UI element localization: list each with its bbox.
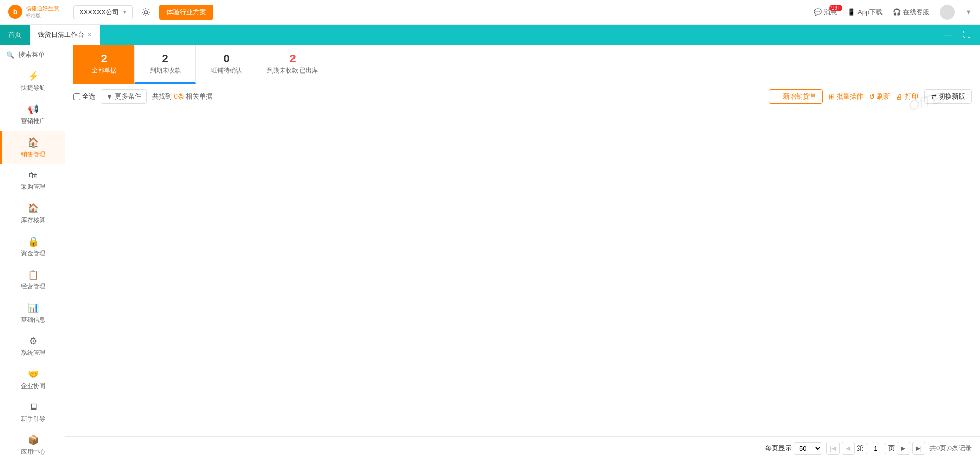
- select-all-checkbox[interactable]: 全选: [74, 92, 95, 101]
- logo-icon: b: [8, 5, 22, 19]
- sidebar-item-label: 经营管理: [21, 282, 45, 291]
- page-label: 第: [857, 444, 864, 453]
- message-badge: 99+: [829, 5, 842, 11]
- sales-icon: 🏠: [28, 137, 39, 148]
- nav-actions-right: — ⛶: [941, 28, 980, 42]
- sidebar-item-guide[interactable]: 🖥 新手引导: [0, 396, 65, 428]
- status-card-all[interactable]: 2 全部单据: [74, 45, 135, 84]
- purchase-icon: 🛍: [29, 170, 38, 181]
- switch-version-btn[interactable]: ⇄ 切换新版: [924, 89, 972, 104]
- status-card-overdue[interactable]: 2 到期未收款: [135, 45, 196, 84]
- status-count-overdue: 2: [145, 52, 185, 65]
- svg-point-0: [144, 11, 148, 14]
- next-page-btn[interactable]: ▶: [897, 442, 910, 455]
- sidebar-item-capital[interactable]: 🔒 资金管理: [0, 230, 65, 263]
- sidebar-item-label: 快捷导航: [21, 84, 45, 92]
- top-header: b 畅捷通好生意 标准版 XXXXXX公司 ▼ 体验行业方案 💬 消息 99+ …: [0, 0, 980, 25]
- status-label-overdue-out: 到期未收款 已出库: [267, 66, 318, 75]
- sidebar-item-purchase[interactable]: 🛍 采购管理: [0, 164, 65, 197]
- message-btn[interactable]: 💬 消息 99+: [814, 8, 837, 17]
- sidebar: 🔍 搜索菜单 ⚡ 快捷导航 📢 营销推广 🏠 销售管理 🛍 采购管理 🏠 库存核…: [0, 45, 65, 460]
- status-card-overdue-out[interactable]: 2 到期未收款 已出库: [257, 45, 328, 84]
- page-input[interactable]: [866, 443, 886, 454]
- per-page-label: 每页显示: [765, 444, 792, 453]
- operations-icon: 📋: [28, 269, 39, 280]
- prev-page-btn[interactable]: ◀: [842, 442, 855, 455]
- filter-button[interactable]: ▼ 更多条件: [101, 89, 147, 104]
- search-menu-btn[interactable]: 🔍 搜索菜单: [0, 45, 65, 64]
- status-card-pending[interactable]: 0 旺铺待确认: [196, 45, 257, 84]
- sidebar-item-sales[interactable]: 🏠 销售管理: [0, 131, 65, 164]
- sidebar-item-label: 新手引导: [21, 415, 45, 423]
- message-icon: 💬: [814, 8, 822, 16]
- print-icon: 🖨: [896, 93, 903, 101]
- page-end: 页: [888, 444, 895, 453]
- select-all-label: 全选: [82, 92, 95, 101]
- filter-label: 更多条件: [115, 92, 141, 101]
- switch-icon: ⇄: [931, 93, 937, 101]
- maximize-button[interactable]: ⛶: [960, 28, 974, 42]
- chevron-down-icon: ▼: [122, 9, 127, 15]
- table-area: [65, 109, 980, 436]
- sidebar-item-cooperation[interactable]: 🤝 企业协同: [0, 362, 65, 396]
- pagination-bar: 每页显示 10 20 50 100 |◀ ◀ 第 页 ▶ ▶| 共0页,0条记录: [65, 436, 980, 460]
- found-text: 共找到 0条 相关单据: [152, 92, 212, 101]
- settings-button[interactable]: [139, 5, 153, 19]
- filter-icon: ▼: [106, 93, 113, 101]
- sidebar-item-label: 库存核算: [21, 216, 45, 225]
- add-btn-label: + 新增销货单: [777, 92, 816, 101]
- status-label-overdue: 到期未收款: [145, 66, 185, 75]
- nav-tabs: 首页 钱货日清工作台 ✕ — ⛶: [0, 25, 980, 45]
- first-page-btn[interactable]: |◀: [826, 442, 840, 455]
- trial-button[interactable]: 体验行业方案: [159, 5, 213, 20]
- tab-home[interactable]: 首页: [0, 25, 30, 45]
- print-btn[interactable]: 🖨 打印: [896, 92, 918, 101]
- sidebar-item-label: 资金管理: [21, 249, 45, 258]
- batch-label: 批量操作: [837, 92, 863, 101]
- status-cards: 2 全部单据 2 到期未收款 0 旺铺待确认 2 到期未收款 已出库: [65, 45, 980, 84]
- company-selector[interactable]: XXXXXX公司 ▼: [74, 5, 133, 19]
- marketing-icon: 📢: [28, 104, 39, 115]
- sidebar-item-label: 应用中心: [21, 448, 45, 456]
- toolbar-left: 全选 ▼ 更多条件 共找到 0条 相关单据: [74, 89, 212, 104]
- refresh-label: 刷新: [877, 92, 890, 101]
- status-count-overdue-out: 2: [267, 52, 318, 65]
- search-icon: 🔍: [6, 51, 14, 59]
- sidebar-item-operations[interactable]: 📋 经营管理: [0, 263, 65, 296]
- select-all-input[interactable]: [74, 93, 80, 100]
- close-icon[interactable]: ✕: [87, 32, 92, 38]
- app-download-btn[interactable]: 📱 App下载: [847, 8, 883, 17]
- app-center-icon: 📦: [28, 434, 39, 446]
- content-area: 2 全部单据 2 到期未收款 0 旺铺待确认 2 到期未收款 已出库 全选: [65, 45, 980, 460]
- sidebar-item-inventory[interactable]: 🏠 库存核算: [0, 197, 65, 230]
- tab-qianhuoricqing[interactable]: 钱货日清工作台 ✕: [30, 25, 100, 45]
- per-page-select[interactable]: 10 20 50 100: [794, 442, 822, 455]
- sidebar-item-base-info[interactable]: 📊 基础信息: [0, 296, 65, 329]
- add-sales-order-button[interactable]: + 新增销货单: [769, 89, 823, 104]
- refresh-btn[interactable]: ↺ 刷新: [869, 92, 890, 101]
- sidebar-item-marketing[interactable]: 📢 营销推广: [0, 98, 65, 131]
- search-menu-label: 搜索菜单: [18, 50, 45, 59]
- chevron-down-icon: ▼: [965, 8, 972, 16]
- toolbar-right: + 新增销货单 ⊞ 批量操作 ↺ 刷新 🖨 打印 ⇄ 切换新版: [769, 89, 972, 104]
- guide-icon: 🖥: [29, 402, 38, 413]
- avatar[interactable]: [940, 5, 955, 20]
- header-right: 💬 消息 99+ 📱 App下载 🎧 在线客服 ▼: [814, 5, 972, 20]
- sidebar-item-label: 基础信息: [21, 316, 45, 324]
- user-dropdown[interactable]: ▼: [965, 8, 972, 16]
- base-info-icon: 📊: [28, 302, 39, 313]
- online-service-btn[interactable]: 🎧 在线客服: [893, 8, 929, 17]
- status-count-all: 2: [84, 52, 124, 65]
- print-label: 打印: [905, 92, 918, 101]
- logo-area: b 畅捷通好生意 标准版: [8, 5, 74, 19]
- refresh-icon: ↺: [869, 93, 875, 101]
- company-name: XXXXXX公司: [79, 8, 119, 17]
- batch-operation-btn[interactable]: ⊞ 批量操作: [829, 92, 863, 101]
- minimize-button[interactable]: —: [941, 28, 955, 42]
- last-page-btn[interactable]: ▶|: [912, 442, 925, 455]
- logo-name: 畅捷通好生意: [26, 5, 59, 12]
- sidebar-item-app-center[interactable]: 📦 应用中心: [0, 428, 65, 460]
- sidebar-item-system[interactable]: ⚙ 系统管理: [0, 329, 65, 362]
- sidebar-item-quick-nav[interactable]: ⚡ 快捷导航: [0, 64, 65, 98]
- sidebar-item-label: 企业协同: [21, 382, 45, 391]
